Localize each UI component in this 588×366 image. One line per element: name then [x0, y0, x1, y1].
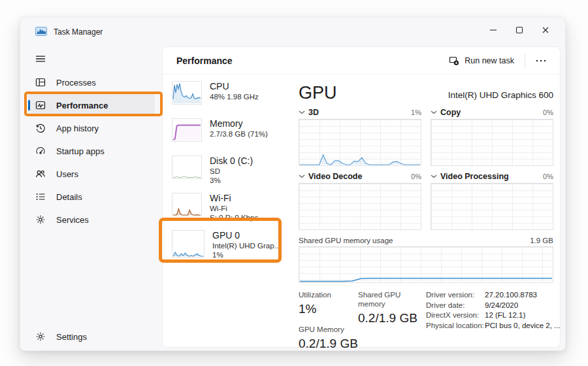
- engine-label: Video Decode: [308, 172, 362, 181]
- app-history-icon: [35, 123, 46, 133]
- perf-item-wifi[interactable]: Wi-Fi Wi-Fi S: 0 R: 0 Kbps: [169, 191, 299, 225]
- perf-item-sub: Intel(R) UHD Grap...: [212, 241, 280, 250]
- sidebar-item-startup-apps[interactable]: Startup apps: [28, 140, 155, 162]
- perf-item-title: Disk 0 (C:): [210, 156, 253, 167]
- sidebar-item-label: Settings: [56, 332, 87, 342]
- task-manager-logo-icon: [35, 27, 47, 36]
- perf-item-sub: S: 0 R: 0 Kbps: [210, 213, 258, 222]
- sidebar-item-processes[interactable]: Processes: [28, 71, 155, 93]
- chevron-down-icon: [431, 175, 437, 178]
- perf-item-disk[interactable]: Disk 0 (C:) SD 3%: [169, 154, 299, 188]
- sidebar-item-settings[interactable]: Settings: [28, 325, 155, 348]
- sidebar-item-users[interactable]: Users: [28, 163, 155, 185]
- engine-label: Video Processing: [440, 172, 509, 181]
- navigation-menu-button[interactable]: [28, 48, 53, 69]
- sidebar-item-label: App history: [56, 124, 99, 133]
- gpu-detail-panel: GPU Intel(R) UHD Graphics 600 3D 1% Copy: [299, 80, 553, 351]
- more-icon: [536, 59, 546, 62]
- engine-selector-video-decode[interactable]: Video Decode 0%: [299, 171, 421, 181]
- engine-label: 3D: [308, 108, 319, 117]
- run-new-task-button[interactable]: Run new task: [443, 52, 520, 70]
- minimize-button[interactable]: [480, 21, 506, 39]
- performance-icon: [35, 100, 46, 110]
- wifi-sparkline: [172, 193, 202, 216]
- driver-info-key: Driver version:: [426, 290, 485, 301]
- gear-icon: [35, 331, 46, 342]
- driver-info-key: Physical location:: [426, 321, 485, 331]
- engine-selector-copy[interactable]: Copy 0%: [431, 107, 553, 117]
- cpu-sparkline: [172, 81, 202, 105]
- perf-item-sub: 48% 1.98 GHz: [210, 92, 259, 101]
- sidebar-item-performance[interactable]: Performance: [28, 94, 155, 116]
- users-icon: [35, 169, 46, 179]
- sidebar-item-label: Services: [56, 215, 89, 225]
- sidebar-item-label: Processes: [56, 78, 96, 88]
- perf-item-sub: SD: [210, 167, 253, 176]
- gpu-video-decode-chart: [299, 183, 421, 230]
- perf-item-sub: 3%: [210, 176, 253, 185]
- driver-info-value: 12 (FL 12.1): [485, 310, 561, 321]
- utilization-value: 1%: [299, 301, 358, 316]
- shared-memory-chart-max: 1.9 GB: [530, 237, 553, 244]
- perf-item-sub: Wi-Fi: [210, 204, 258, 213]
- engine-selector-video-processing[interactable]: Video Processing 0%: [431, 171, 553, 181]
- driver-info-key: Driver date:: [426, 301, 485, 311]
- perf-item-gpu0[interactable]: GPU 0 Intel(R) UHD Grap... 1%: [169, 229, 299, 268]
- engine-label: Copy: [440, 108, 461, 117]
- driver-info-value: 9/24/2020: [485, 301, 561, 311]
- processes-icon: [35, 77, 46, 88]
- shared-memory-chart: [299, 246, 553, 283]
- run-new-task-icon: [449, 56, 459, 66]
- chevron-down-icon: [299, 110, 305, 114]
- maximize-button[interactable]: [506, 21, 532, 39]
- page-title: Performance: [176, 56, 443, 66]
- engine-percent: 1%: [411, 108, 421, 116]
- chevron-down-icon: [299, 175, 305, 178]
- sidebar-item-label: Users: [56, 169, 78, 179]
- gpu-copy-chart: [431, 119, 553, 166]
- details-icon: [35, 191, 46, 202]
- window-title: Task Manager: [54, 27, 103, 37]
- perf-item-title: GPU 0: [212, 230, 280, 241]
- perf-item-title: Wi-Fi: [210, 193, 258, 204]
- performance-panel: Performance Run new task C: [162, 46, 561, 348]
- startup-apps-icon: [35, 146, 46, 156]
- hamburger-icon: [35, 54, 46, 64]
- gpu-memory-value: 0.2/1.9 GB: [299, 336, 358, 351]
- driver-info-table: Driver version: 27.20.100.8783 Driver da…: [426, 290, 561, 351]
- more-options-button[interactable]: [530, 56, 552, 66]
- performance-list: CPU 48% 1.98 GHz Memory 2.7/3.8 GB (71%)…: [169, 80, 299, 272]
- sidebar-item-details[interactable]: Details: [28, 186, 155, 208]
- sidebar-nav: Processes Performance App history Startu…: [28, 71, 155, 231]
- sidebar-item-app-history[interactable]: App history: [28, 117, 155, 139]
- gpu-sparkline: [172, 230, 204, 258]
- utilization-label: Utilization: [299, 290, 358, 299]
- shared-gpu-memory-value: 0.2/1.9 GB: [358, 310, 426, 325]
- engine-percent: 0%: [411, 173, 421, 180]
- engine-percent: 0%: [543, 108, 553, 116]
- memory-sparkline: [172, 118, 202, 142]
- engine-percent: 0%: [543, 173, 553, 180]
- gpu-title: GPU: [299, 82, 337, 103]
- perf-item-cpu[interactable]: CPU 48% 1.98 GHz: [169, 80, 299, 113]
- driver-info-value: 27.20.100.8783: [485, 290, 561, 301]
- gpu-adapter-name: Intel(R) UHD Graphics 600: [448, 90, 553, 103]
- close-button[interactable]: [532, 21, 559, 39]
- disk-sparkline: [172, 156, 202, 179]
- sidebar-item-label: Details: [56, 192, 82, 202]
- header-divider: [525, 54, 525, 68]
- gpu-memory-label: GPU Memory: [299, 325, 358, 334]
- sidebar-item-label: Performance: [56, 101, 108, 110]
- perf-item-sub: 1%: [212, 250, 280, 259]
- shared-gpu-memory-label: Shared GPU memory: [358, 290, 426, 308]
- shared-memory-chart-label: Shared GPU memory usage: [299, 237, 393, 244]
- selected-accent-bar: [28, 100, 30, 110]
- perf-item-title: Memory: [210, 118, 268, 129]
- engine-selector-3d[interactable]: 3D 1%: [299, 107, 421, 117]
- gpu-video-processing-chart: [431, 183, 553, 230]
- perf-item-sub: 2.7/3.8 GB (71%): [210, 129, 268, 139]
- gpu-3d-chart: [299, 119, 421, 166]
- sidebar-item-services[interactable]: Services: [28, 208, 155, 231]
- perf-item-memory[interactable]: Memory 2.7/3.8 GB (71%): [169, 117, 299, 150]
- services-icon: [35, 214, 46, 225]
